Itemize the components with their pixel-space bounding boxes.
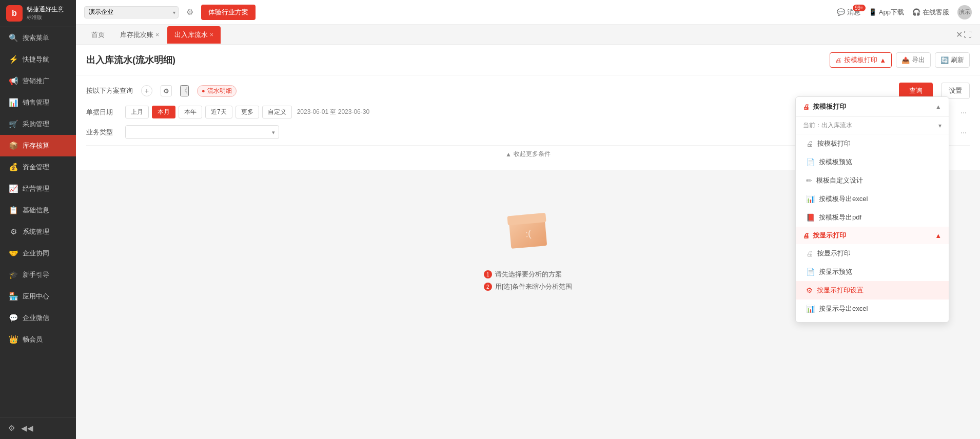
date-this-year[interactable]: 本年 (179, 106, 202, 118)
template-preview-icon: 📄 (806, 158, 815, 166)
collapse-sidebar-icon[interactable]: ◀◀ (21, 424, 33, 433)
dropdown-template-preview[interactable]: 📄 按模板预览 (796, 153, 949, 171)
tab-inventory-batch-close[interactable]: × (155, 31, 159, 38)
sidebar-item-member[interactable]: 👑 畅会员 (0, 329, 76, 350)
dropdown-scrollable: 当前：出入库流水 ▾ 🖨 按模板打印 📄 按模板预览 ✏ 模板自定义设计 📊 (796, 117, 949, 322)
dropdown-template-custom[interactable]: ✏ 模板自定义设计 (796, 171, 949, 190)
sidebar-item-cooperation[interactable]: 🤝 企业协同 (0, 243, 76, 264)
sidebar-item-sales[interactable]: 📊 销售管理 (0, 92, 76, 113)
sidebar-item-label: 搜索菜单 (23, 33, 49, 43)
empty-state: :( 1 请先选择要分析的方案 2 用[选]条件来缩小分析范围 (484, 200, 572, 294)
date-last-month[interactable]: 上月 (125, 106, 149, 118)
sidebar-item-basic[interactable]: 📋 基础信息 (0, 199, 76, 221)
sidebar-item-marketing[interactable]: 📢 营销推广 (0, 70, 76, 92)
message-button[interactable]: 💬 消息 99+ (837, 8, 860, 17)
tab-flow[interactable]: 出入库流水 × (167, 26, 221, 44)
message-badge: 99+ (853, 5, 866, 11)
sidebar-item-search-menu[interactable]: 🔍 搜索菜单 (0, 27, 76, 49)
app-download-button[interactable]: 📱 App下载 (869, 8, 904, 17)
step-1-number: 1 (484, 270, 492, 278)
dropdown-sub-header[interactable]: 当前：出入库流水 ▾ (796, 117, 949, 134)
company-selector[interactable]: 演示企业 (84, 6, 179, 18)
page-area: 出入库流水(流水明细) 🖨 按模板打印 ▲ 📤 导出 🔄 刷新 (76, 45, 980, 439)
dropdown-template-pdf[interactable]: 📕 按模板导出pdf (796, 208, 949, 227)
display-preview-icon: 📄 (806, 268, 815, 276)
sidebar-item-guide[interactable]: 🎓 新手引导 (0, 264, 76, 286)
empty-steps: 1 请先选择要分析的方案 2 用[选]条件来缩小分析范围 (484, 270, 572, 291)
date-last-7-days[interactable]: 近7天 (205, 106, 232, 118)
display-section-chevron: ▲ (935, 232, 942, 240)
business-type-label: 业务类型 (86, 128, 117, 137)
refresh-label: 刷新 (951, 55, 964, 65)
sidebar-item-label: 采购管理 (23, 119, 49, 129)
tab-inventory-batch[interactable]: 库存批次账 × (113, 26, 166, 44)
dropdown-display-print[interactable]: 🖨 按显示打印 (796, 244, 949, 263)
chevron-up-icon: ▲ (879, 56, 886, 64)
page-title-bar: 出入库流水(流水明细) 🖨 按模板打印 ▲ 📤 导出 🔄 刷新 (76, 45, 980, 75)
app-center-icon: 🏪 (8, 292, 18, 301)
export-icon: 📤 (901, 56, 910, 64)
window-expand-button[interactable]: ⛶ (964, 30, 972, 39)
sidebar-item-purchase[interactable]: 🛒 采购管理 (0, 113, 76, 135)
warehouse-more[interactable]: ··· (957, 128, 970, 136)
dropdown-header-chevron[interactable]: ▲ (935, 103, 942, 111)
template-print-button[interactable]: 🖨 按模板打印 ▲ (830, 52, 892, 68)
sidebar-item-quick-nav[interactable]: ⚡ 快捷导航 (0, 49, 76, 70)
display-print-icon: 🖨 (806, 249, 813, 257)
sidebar: b 畅捷通好生意 标准版 🔍 搜索菜单 ⚡ 快捷导航 📢 营销推广 📊 销售管理… (0, 0, 76, 439)
app-download-label: App下载 (879, 8, 904, 17)
sidebar-item-label: 企业微信 (23, 313, 49, 323)
system-icon: ⚙ (8, 227, 18, 236)
wechat-icon: 💬 (8, 313, 18, 323)
voucher-type-more[interactable]: ··· (957, 108, 970, 116)
business-type-select[interactable] (125, 125, 279, 139)
sidebar-item-system[interactable]: ⚙ 系统管理 (0, 221, 76, 243)
export-button[interactable]: 📤 导出 (896, 52, 931, 68)
trial-button[interactable]: 体验行业方案 (201, 5, 256, 20)
dropdown-display-excel[interactable]: 📊 按显示导出excel (796, 300, 949, 318)
filter-section-label: 按以下方案查询 (86, 86, 133, 95)
user-avatar[interactable]: 演示 (957, 5, 972, 19)
chevron-up-small-icon: ▲ (505, 151, 512, 158)
display-excel-icon: 📊 (806, 305, 815, 313)
app-version: 标准版 (27, 14, 64, 21)
filter-config-button[interactable]: ⚙ (161, 85, 172, 96)
dropdown-title: 按模板打印 (813, 102, 846, 111)
template-custom-label: 模板自定义设计 (816, 176, 863, 185)
dropdown-display-print-settings[interactable]: ⚙ 按显示打印设置 (796, 281, 949, 300)
dropdown-display-section[interactable]: 🖨 按显示打印 ▲ (796, 227, 949, 244)
refresh-button[interactable]: 🔄 刷新 (935, 52, 970, 68)
dropdown-template-print[interactable]: 🖨 按模板打印 (796, 134, 949, 153)
tab-flow-close[interactable]: × (210, 31, 213, 38)
date-custom[interactable]: 自定义 (262, 106, 292, 118)
dropdown-display-pdf[interactable]: 📕 按显示导出pdf (796, 318, 949, 322)
export-label: 导出 (912, 55, 925, 65)
date-more[interactable]: 更多 (236, 106, 259, 118)
date-this-month[interactable]: 本月 (152, 106, 175, 118)
window-close-button[interactable]: ✕ (956, 30, 963, 39)
filter-add-button[interactable]: + (141, 85, 152, 96)
sidebar-item-app-center[interactable]: 🏪 应用中心 (0, 286, 76, 307)
finance-icon: 💰 (8, 163, 18, 172)
topbar-gear-button[interactable]: ⚙ (183, 5, 197, 19)
date-filter-buttons: 上月 本月 本年 近7天 更多 自定义 2023-06-01 至 2023-06… (125, 106, 369, 118)
sidebar-item-finance[interactable]: 💰 资金管理 (0, 156, 76, 178)
inventory-icon: 📦 (8, 141, 18, 150)
sidebar-item-operation[interactable]: 📈 经营管理 (0, 178, 76, 199)
sidebar-item-inventory[interactable]: 📦 库存核算 (0, 135, 76, 156)
search-menu-icon: 🔍 (8, 33, 18, 43)
display-print-settings-icon: ⚙ (806, 286, 813, 294)
tab-home[interactable]: 首页 (84, 26, 112, 44)
user-select-wrap: 演示企业 (84, 6, 179, 18)
app-logo: b 畅捷通好生意 标准版 (0, 0, 76, 27)
sidebar-item-label: 系统管理 (23, 227, 49, 236)
dropdown-template-excel[interactable]: 📊 按模板导出excel (796, 190, 949, 208)
online-service-button[interactable]: 🎧 在线客服 (912, 8, 949, 17)
dropdown-display-preview[interactable]: 📄 按显示预览 (796, 263, 949, 281)
sidebar-item-label: 库存核算 (23, 141, 49, 150)
settings-bottom-icon[interactable]: ⚙ (8, 424, 15, 433)
sidebar-item-wechat[interactable]: 💬 企业微信 (0, 307, 76, 329)
current-template-chevron: ▾ (938, 122, 942, 129)
operation-icon: 📈 (8, 184, 18, 193)
filter-collapse-button[interactable]: 《 (180, 85, 189, 96)
